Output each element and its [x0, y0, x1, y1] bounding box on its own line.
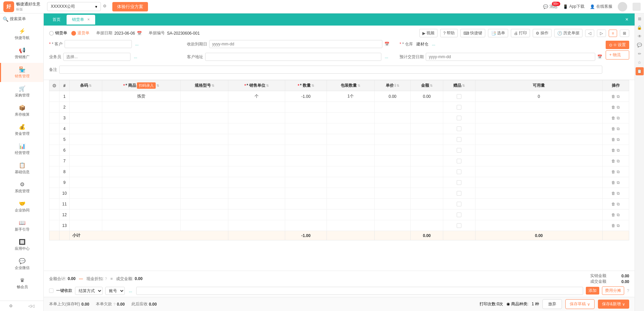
- sidebar-item-marketing[interactable]: 📢 营销推广: [0, 44, 43, 63]
- row-quantity[interactable]: [285, 102, 327, 113]
- row-barcode[interactable]: [70, 166, 102, 177]
- row-quantity[interactable]: [285, 220, 327, 231]
- radio-return[interactable]: 退货单: [71, 30, 89, 36]
- right-panel-lock[interactable]: 🔒: [636, 24, 644, 32]
- copy-icon[interactable]: ⧉: [617, 169, 620, 174]
- due-date-calendar-icon[interactable]: 📅: [384, 42, 389, 46]
- row-sales-unit[interactable]: [228, 166, 285, 177]
- row-sales-unit[interactable]: [228, 102, 285, 113]
- row-unit-price[interactable]: [374, 199, 411, 209]
- settings-icon[interactable]: ⚙: [103, 4, 109, 10]
- discount-info-icon[interactable]: ?: [105, 277, 107, 281]
- copy-icon[interactable]: ⧉: [617, 105, 620, 110]
- video-btn[interactable]: ▶ 视频: [419, 29, 438, 37]
- row-barcode[interactable]: [70, 220, 102, 231]
- row-quantity[interactable]: [285, 113, 327, 123]
- payment-help-icon[interactable]: ?: [627, 288, 629, 293]
- row-quantity[interactable]: [285, 177, 327, 188]
- row-spec[interactable]: [181, 156, 228, 166]
- row-gift[interactable]: [443, 177, 475, 188]
- row-pack-qty[interactable]: [327, 220, 375, 231]
- row-barcode[interactable]: [70, 123, 102, 134]
- row-unit-price[interactable]: [374, 166, 411, 177]
- row-product[interactable]: [102, 123, 181, 134]
- right-panel-clipboard[interactable]: 📋: [636, 67, 644, 75]
- row-amount[interactable]: [411, 166, 443, 177]
- row-gift[interactable]: [443, 199, 475, 209]
- row-amount[interactable]: 0.00: [411, 91, 443, 102]
- row-gift[interactable]: [443, 91, 475, 102]
- row-sales-unit[interactable]: [228, 220, 285, 231]
- logistics-btn[interactable]: + 物流: [606, 50, 629, 60]
- right-panel-star[interactable]: ☆: [636, 59, 644, 67]
- online-service-button[interactable]: 👤 在线客服: [590, 4, 612, 9]
- row-product[interactable]: [102, 209, 181, 220]
- copy-icon[interactable]: ⧉: [617, 159, 620, 163]
- row-amount[interactable]: [411, 220, 443, 231]
- row-barcode[interactable]: [70, 199, 102, 209]
- row-quantity[interactable]: [285, 209, 327, 220]
- row-amount[interactable]: [411, 134, 443, 145]
- next-btn[interactable]: ▷: [597, 30, 606, 37]
- row-sales-unit[interactable]: [228, 134, 285, 145]
- delete-icon[interactable]: 🗑: [611, 169, 615, 174]
- row-product[interactable]: [102, 134, 181, 145]
- sidebar-collapse-btn[interactable]: ◁◁: [28, 304, 34, 308]
- customer-input[interactable]: [65, 40, 132, 48]
- row-spec[interactable]: [181, 209, 228, 220]
- sidebar-item-basic[interactable]: 📋 基础信息: [0, 159, 43, 178]
- row-quantity[interactable]: [285, 145, 327, 156]
- row-barcode[interactable]: [70, 156, 102, 166]
- row-unit-price[interactable]: [374, 177, 411, 188]
- row-gift[interactable]: [443, 113, 475, 123]
- row-barcode[interactable]: [70, 209, 102, 220]
- row-spec[interactable]: [181, 145, 228, 156]
- company-selector[interactable]: XXXXXX公司 ▾: [47, 2, 101, 11]
- row-spec[interactable]: [181, 123, 228, 134]
- row-gift[interactable]: [443, 188, 475, 199]
- delete-icon[interactable]: 🗑: [611, 126, 615, 131]
- app-download-button[interactable]: 📱 App下载: [563, 4, 584, 9]
- sidebar-item-collab[interactable]: 🤝 企业协同: [0, 197, 43, 216]
- row-gift[interactable]: [443, 220, 475, 231]
- row-amount[interactable]: [411, 177, 443, 188]
- copy-icon[interactable]: ⧉: [617, 94, 620, 99]
- row-amount[interactable]: [411, 145, 443, 156]
- right-panel-chat[interactable]: 💬: [636, 41, 644, 49]
- delete-icon[interactable]: 🗑: [611, 137, 615, 142]
- abandon-btn[interactable]: 放弃: [542, 299, 562, 309]
- delete-icon[interactable]: 🗑: [611, 180, 615, 185]
- copy-icon[interactable]: ⧉: [617, 126, 620, 131]
- row-spec[interactable]: [181, 102, 228, 113]
- copy-icon[interactable]: ⧉: [617, 180, 620, 185]
- warehouse-dots-btn[interactable]: ...: [430, 42, 437, 46]
- row-spec[interactable]: [181, 220, 228, 231]
- row-unit-price[interactable]: [374, 113, 411, 123]
- row-unit-price[interactable]: 0.00: [374, 91, 411, 102]
- expected-date-calendar-icon[interactable]: 📅: [597, 54, 602, 59]
- sidebar-item-purchase[interactable]: 🛒 采购管理: [0, 82, 43, 101]
- row-product[interactable]: [102, 113, 181, 123]
- row-pack-qty[interactable]: [327, 166, 375, 177]
- sidebar-item-wechat[interactable]: 💬 企业微信: [0, 255, 43, 274]
- date-calendar-icon[interactable]: 📅: [137, 31, 142, 36]
- row-amount[interactable]: [411, 199, 443, 209]
- copy-icon[interactable]: ⧉: [617, 202, 620, 206]
- message-button[interactable]: 💬 消息 99+: [543, 4, 558, 9]
- row-amount[interactable]: [411, 188, 443, 199]
- owe-info-icon[interactable]: ?: [113, 302, 115, 306]
- select-btn[interactable]: 📑 选单: [488, 29, 508, 37]
- row-gift[interactable]: [443, 156, 475, 166]
- row-sales-unit[interactable]: [228, 209, 285, 220]
- row-spec[interactable]: [181, 134, 228, 145]
- sidebar-item-guide[interactable]: 📖 新手引导: [0, 216, 43, 235]
- scan-button[interactable]: 扫码录入: [137, 82, 156, 89]
- row-pack-qty[interactable]: [327, 123, 375, 134]
- row-unit-price[interactable]: [374, 156, 411, 166]
- right-panel-eye[interactable]: 👁: [636, 32, 644, 40]
- row-pack-qty[interactable]: [327, 134, 375, 145]
- row-barcode[interactable]: [70, 102, 102, 113]
- row-quantity[interactable]: [285, 134, 327, 145]
- row-quantity[interactable]: [285, 166, 327, 177]
- right-panel-expand[interactable]: ⊞: [636, 15, 644, 23]
